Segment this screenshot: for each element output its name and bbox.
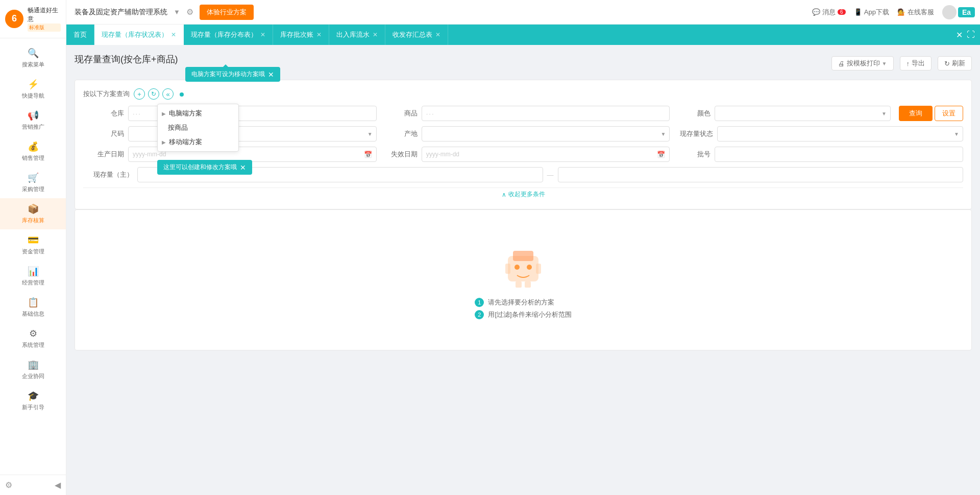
app-download-btn[interactable]: 📱 App下载 xyxy=(854,8,889,17)
sidebar-item-guide[interactable]: 🎓 新手引导 xyxy=(0,385,66,416)
scheme-tooltip2: 这里可以创建和修改方案哦 ✕ xyxy=(157,160,252,175)
refresh-btn[interactable]: ↻ 刷新 xyxy=(938,56,972,70)
sidebar-item-finance[interactable]: 💳 资金管理 xyxy=(0,229,66,261)
enterprise-icon: 🏢 xyxy=(28,359,39,370)
collapse-sidebar-btn[interactable]: ◀ xyxy=(55,480,61,490)
back-scheme-btn[interactable]: « xyxy=(162,88,174,100)
sidebar-item-purchase[interactable]: 🛒 采购管理 xyxy=(0,167,66,198)
online-support-label: 在线客服 xyxy=(908,8,934,17)
expand-icon-mobile: ▶ xyxy=(162,139,166,145)
settings-btn[interactable]: ⚙ xyxy=(5,480,12,490)
production-date-start-icon: 📅 xyxy=(364,151,372,158)
tab-batch-ledger[interactable]: 库存批次账 ✕ xyxy=(273,25,329,45)
topbar: 装备及固定资产辅助管理系统 ▼ ⚙ 体验行业方案 💬 消息 6 📱 App下载 … xyxy=(66,0,980,25)
sidebar-item-basic[interactable]: 📋 基础信息 xyxy=(0,292,66,323)
stock-status-select[interactable] xyxy=(717,126,963,142)
message-icon: 💬 xyxy=(812,8,820,16)
scheme-tooltip2-close[interactable]: ✕ xyxy=(240,163,246,172)
scheme-sub-goods[interactable]: 按商品 xyxy=(158,121,238,135)
topbar-left: 装备及固定资产辅助管理系统 ▼ ⚙ 体验行业方案 xyxy=(75,5,254,20)
filter-stock-status: 现存量状态 ▼ xyxy=(680,126,963,142)
filter-size-label: 尺码 xyxy=(93,129,124,138)
tab-close-summary[interactable]: ✕ xyxy=(435,31,440,38)
sidebar-item-enterprise[interactable]: 🏢 企业协同 xyxy=(0,354,66,385)
production-date-start-placeholder: yyyy-mm-dd xyxy=(133,151,166,158)
tab-close-inventory-dist[interactable]: ✕ xyxy=(260,31,265,38)
refresh-scheme-btn[interactable]: ↻ xyxy=(148,88,159,100)
scheme-tooltip2-text: 这里可以创建和修改方案哦 xyxy=(163,163,237,172)
query-box: 按以下方案查询 + ↻ « 电脑方案可设为移动方案哦 ✕ xyxy=(75,80,972,209)
system-icon: ⚙ xyxy=(29,328,37,339)
tab-inventory-status[interactable]: 现存量（库存状况表） ✕ xyxy=(94,25,184,45)
expiry-date-start[interactable]: yyyy-mm-dd 📅 xyxy=(422,147,670,162)
scheme-tooltip-close[interactable]: ✕ xyxy=(268,70,274,79)
topbar-dropdown-arrow[interactable]: ▼ xyxy=(174,8,180,16)
warehouse-dots: ··· xyxy=(133,110,141,117)
stock-status-select-wrapper: ▼ xyxy=(717,126,963,142)
reset-btn[interactable]: 设置 xyxy=(935,106,963,121)
search-btn[interactable]: 查询 xyxy=(899,106,933,121)
topbar-settings-icon[interactable]: ⚙ xyxy=(186,7,193,17)
goods-selector[interactable]: ··· xyxy=(422,106,670,121)
expiry-date-start-placeholder: yyyy-mm-dd xyxy=(426,151,459,158)
tip-num-2: 2 xyxy=(475,310,484,319)
filter-stock-label: 现存量（主） xyxy=(93,170,133,179)
messages-btn[interactable]: 💬 消息 6 xyxy=(812,8,846,17)
online-support-btn[interactable]: 💁 在线客服 xyxy=(897,8,934,17)
sidebar-item-quick[interactable]: ⚡ 快捷导航 xyxy=(0,74,66,105)
sidebar-label-system: 系统管理 xyxy=(22,341,44,349)
tab-close-in-out-flow[interactable]: ✕ xyxy=(373,31,378,38)
export-btn[interactable]: ↑ 导出 xyxy=(900,56,932,70)
svg-rect-5 xyxy=(536,264,541,274)
query-header-label: 按以下方案查询 xyxy=(83,89,130,99)
tab-inventory-dist[interactable]: 现存量（库存分布表） ✕ xyxy=(184,25,273,45)
tab-close-all-btn[interactable]: ✕ xyxy=(956,30,963,40)
sidebar-item-operation[interactable]: 📊 经营管理 xyxy=(0,261,66,292)
sidebar-item-marketing[interactable]: 📢 营销推广 xyxy=(0,105,66,136)
sidebar-item-sales[interactable]: 💰 销售管理 xyxy=(0,136,66,167)
filter-batch-label: 批号 xyxy=(680,150,710,159)
template-print-btn[interactable]: 🖨 按模板打印 ▼ xyxy=(831,56,894,70)
collapse-row[interactable]: ∧ 收起更多条件 xyxy=(83,187,963,201)
sidebar-label-finance: 资金管理 xyxy=(22,248,44,255)
empty-tip-1: 1 请先选择要分析的方案 xyxy=(475,298,571,307)
sidebar-item-inventory[interactable]: 📦 库存核算 xyxy=(0,198,66,229)
tab-in-out-flow[interactable]: 出入库流水 ✕ xyxy=(329,25,385,45)
sidebar-label-marketing: 营销推广 xyxy=(22,123,44,131)
svg-rect-4 xyxy=(505,264,510,274)
tab-summary[interactable]: 收发存汇总表 ✕ xyxy=(385,25,448,45)
empty-state: 1 请先选择要分析的方案 2 用[过滤]条件来缩小分析范围 xyxy=(75,210,971,350)
connector-dot xyxy=(180,92,184,97)
origin-select[interactable] xyxy=(422,126,670,142)
scheme-mobile[interactable]: ▶ 移动端方案 xyxy=(158,135,238,149)
finance-icon: 💳 xyxy=(28,234,39,246)
expiry-date-start-icon: 📅 xyxy=(657,151,665,158)
tab-inventory-status-label: 现存量（库存状况表） xyxy=(102,30,168,39)
scheme-pc[interactable]: ▶ 电脑端方案 xyxy=(158,106,238,121)
sidebar-footer: ⚙ ◀ xyxy=(0,475,66,495)
tab-close-inventory-status[interactable]: ✕ xyxy=(171,31,176,38)
empty-tip-2: 2 用[过滤]条件来缩小分析范围 xyxy=(475,310,571,319)
print-icon: 🖨 xyxy=(838,60,845,67)
batch-input[interactable] xyxy=(715,147,963,162)
refresh-icon: ↻ xyxy=(944,60,950,67)
app-name: 畅通道好生意 xyxy=(28,6,61,23)
svg-point-3 xyxy=(527,265,532,270)
connector-area xyxy=(180,90,184,98)
empty-illustration xyxy=(498,241,549,292)
app-download-label: App下载 xyxy=(864,8,889,17)
industry-btn[interactable]: 体验行业方案 xyxy=(200,5,254,20)
print-dropdown-arrow: ▼ xyxy=(882,61,887,66)
color-select[interactable] xyxy=(715,106,891,121)
add-scheme-btn[interactable]: + xyxy=(134,88,145,100)
scheme-pc-label: 电脑端方案 xyxy=(169,109,202,118)
sidebar-item-system[interactable]: ⚙ 系统管理 xyxy=(0,323,66,354)
tab-home[interactable]: 首页 xyxy=(66,25,94,45)
stock-max-input[interactable] xyxy=(558,167,964,182)
tab-close-batch-ledger[interactable]: ✕ xyxy=(316,31,322,38)
sidebar-item-search[interactable]: 🔍 搜索菜单 xyxy=(0,42,66,74)
tab-fullscreen-btn[interactable]: ⛶ xyxy=(967,30,975,39)
scheme-tooltip-text: 电脑方案可设为移动方案哦 xyxy=(191,70,265,79)
search-reset-btns: 查询 设置 xyxy=(899,106,963,121)
sidebar-label-basic: 基础信息 xyxy=(22,310,44,318)
